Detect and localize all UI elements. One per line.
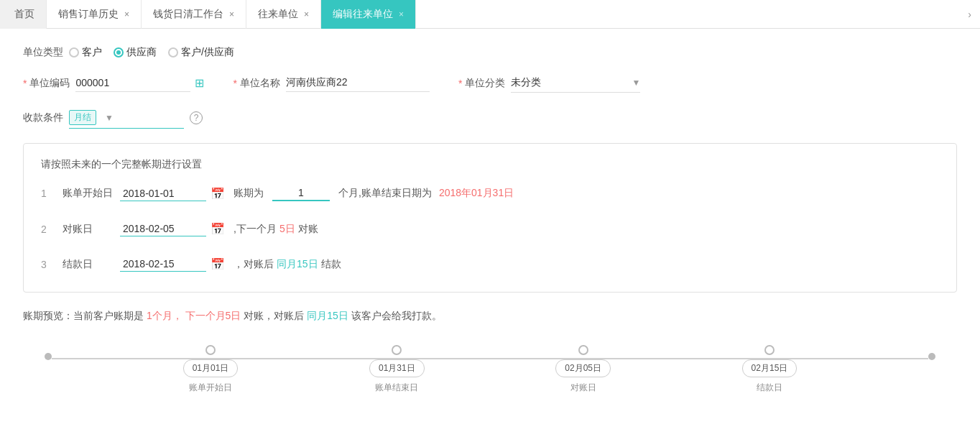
timeline-end <box>928 345 935 360</box>
preview-part3: 对账，对账后 <box>244 310 304 321</box>
preview-part5: 该客户会给我打款。 <box>351 310 442 321</box>
timeline-start <box>45 345 52 360</box>
radio-supplier-label: 供应商 <box>126 46 157 59</box>
timeline-node-1: 01月01日 账单开始日 <box>183 345 239 394</box>
payment-terms-group: 收款条件 月结 ▼ ? <box>23 107 203 129</box>
unit-category-group: * 单位分类 未分类 ▼ <box>458 73 640 93</box>
node-date-2: 01月31日 <box>369 359 425 377</box>
field-label-3: 结款日 <box>63 258 120 271</box>
period-settings-section: 请按照未来的一个完整帐期进行设置 1 账单开始日 📅 账期为 个月,账单结束日期… <box>23 143 957 293</box>
reconcile-suffix: 对账 <box>298 223 318 236</box>
tab-sales-history[interactable]: 销售订单历史 × <box>47 0 142 29</box>
payment-terms-row: 收款条件 月结 ▼ ? <box>23 107 957 129</box>
field-label-1: 账单开始日 <box>63 187 120 200</box>
tab-home[interactable]: 首页 <box>0 0 47 29</box>
chevron-down-icon: ▼ <box>632 78 640 88</box>
field-label-2: 对账日 <box>63 223 120 236</box>
end-cap-dot <box>928 353 935 360</box>
node-dot-4 <box>764 345 775 355</box>
tab-partner-unit[interactable]: 往来单位 × <box>246 0 321 29</box>
suffix-text-1: 账期为 <box>234 187 264 200</box>
unit-name-input[interactable] <box>286 74 430 92</box>
tab-cash-work[interactable]: 钱货日清工作台 × <box>142 0 246 29</box>
preview-part4: 同月15日 <box>307 310 348 321</box>
reconcile-prefix: ,下一个月 <box>234 223 277 236</box>
tabs-bar: 首页 销售订单历史 × 钱货日清工作台 × 往来单位 × 编辑往来单位 × › <box>0 0 980 29</box>
settle-prefix: ，对账后 <box>234 258 274 271</box>
calendar-icon-3[interactable]: 📅 <box>211 257 225 271</box>
node-date-1: 01月01日 <box>183 359 239 377</box>
close-icon[interactable]: × <box>229 9 234 19</box>
settle-highlight: 同月15日 <box>277 258 318 271</box>
payment-terms-tag: 月结 <box>69 110 96 125</box>
timeline-node-2: 01月31日 账单结束日 <box>369 345 425 394</box>
row-num-3: 3 <box>41 259 63 270</box>
timeline-container: 01月01日 账单开始日 01月31日 账单结束日 02月05日 对账日 <box>23 345 957 394</box>
node-label-1: 账单开始日 <box>189 382 232 394</box>
required-star2: * <box>233 78 236 89</box>
radio-circle-supplier <box>114 47 124 58</box>
payment-terms-dropdown[interactable]: 月结 ▼ <box>69 107 184 129</box>
start-cap-dot <box>45 353 52 360</box>
radio-both[interactable]: 客户/供应商 <box>168 46 234 59</box>
period-unit: 个月,账单结束日期为 <box>338 187 432 200</box>
unit-name-group: * 单位名称 <box>233 74 429 92</box>
unit-type-group: 单位类型 客户 供应商 客户/供应商 <box>23 46 234 59</box>
unit-category-label: 单位分类 <box>465 77 505 90</box>
radio-customer[interactable]: 客户 <box>69 46 102 59</box>
node-dot-1 <box>205 345 216 355</box>
tabs-right-arrow[interactable]: › <box>959 9 980 20</box>
node-dot-3 <box>578 345 588 355</box>
period-input[interactable] <box>272 185 330 201</box>
node-dot-2 <box>392 345 402 355</box>
close-icon[interactable]: × <box>304 9 309 19</box>
node-date-4: 02月15日 <box>742 359 798 377</box>
radio-group: 客户 供应商 客户/供应商 <box>69 46 234 59</box>
setting-row-3: 3 结款日 📅 ，对账后 同月15日 结款 <box>41 257 939 272</box>
settle-date-input[interactable] <box>120 257 206 272</box>
unit-info-row: * 单位编码 ⊞ * 单位名称 * 单位分类 未分类 ▼ <box>23 73 957 93</box>
timeline-node-3: 02月05日 对账日 <box>555 345 611 394</box>
help-icon[interactable]: ? <box>190 111 203 124</box>
row-num-2: 2 <box>41 224 63 235</box>
timeline-node-4: 02月15日 结款日 <box>742 345 798 394</box>
preview-part2: 下一个月5日 <box>185 310 241 321</box>
timeline-nodes: 01月01日 账单开始日 01月31日 账单结束日 02月05日 对账日 <box>45 345 935 394</box>
setting-row-2: 2 对账日 📅 ,下一个月 5日 对账 <box>41 221 939 236</box>
chevron-down-icon2: ▼ <box>105 113 114 123</box>
section-title: 请按照未来的一个完整帐期进行设置 <box>41 158 939 171</box>
node-label-4: 结款日 <box>757 382 782 394</box>
calendar-icon-2[interactable]: 📅 <box>211 222 225 236</box>
unit-code-label: 单位编码 <box>29 77 70 90</box>
preview-part1: 1个月， <box>147 310 182 321</box>
settle-suffix: 结款 <box>321 258 341 271</box>
radio-circle-both <box>168 47 178 58</box>
copy-icon[interactable]: ⊞ <box>195 76 204 90</box>
radio-customer-label: 客户 <box>82 46 102 59</box>
end-date-highlight: 2018年01月31日 <box>439 187 514 200</box>
preview-label: 账期预览：当前客户账期是 <box>23 310 144 321</box>
node-label-3: 对账日 <box>570 382 596 394</box>
close-icon[interactable]: × <box>124 9 129 19</box>
payment-terms-label: 收款条件 <box>23 111 63 124</box>
required-star: * <box>23 78 27 89</box>
start-date-input[interactable] <box>120 186 206 201</box>
calendar-icon-1[interactable]: 📅 <box>211 187 225 201</box>
unit-type-row: 单位类型 客户 供应商 客户/供应商 <box>23 46 957 59</box>
close-icon[interactable]: × <box>399 9 404 19</box>
unit-code-group: * 单位编码 ⊞ <box>23 74 204 92</box>
row-num-1: 1 <box>41 188 63 199</box>
reconcile-date-input[interactable] <box>120 221 206 236</box>
radio-both-label: 客户/供应商 <box>181 46 234 59</box>
radio-supplier[interactable]: 供应商 <box>114 46 157 59</box>
unit-type-label: 单位类型 <box>23 46 63 59</box>
reconcile-highlight: 5日 <box>279 223 295 236</box>
tab-edit-partner[interactable]: 编辑往来单位 × <box>321 0 416 29</box>
unit-category-dropdown[interactable]: 未分类 ▼ <box>511 73 640 93</box>
required-star3: * <box>458 78 462 89</box>
radio-circle-customer <box>69 47 79 58</box>
node-label-2: 账单结束日 <box>375 382 418 394</box>
setting-row-1: 1 账单开始日 📅 账期为 个月,账单结束日期为 2018年01月31日 <box>41 185 939 201</box>
node-date-3: 02月05日 <box>555 359 611 377</box>
unit-code-input[interactable] <box>75 74 190 92</box>
